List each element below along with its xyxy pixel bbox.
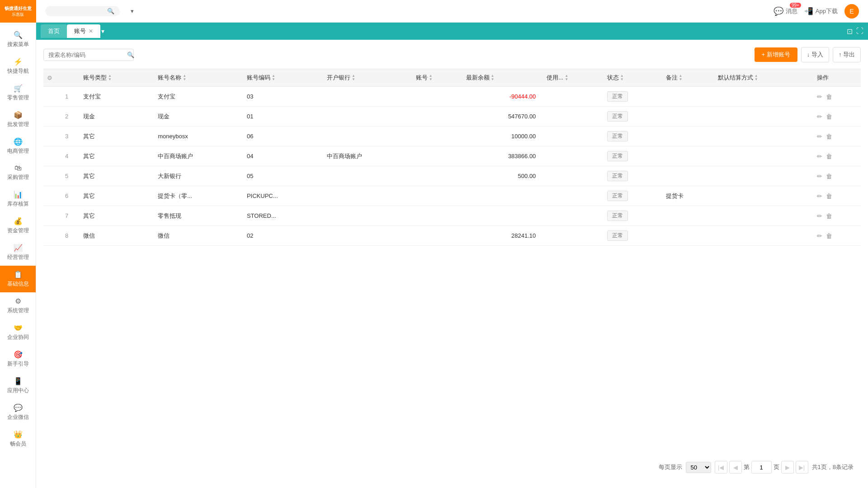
row-settings (43, 206, 61, 226)
sidebar-item-label: 畅会员 (10, 440, 26, 448)
tab-expand-btn[interactable]: ▾ (101, 28, 104, 35)
col-action-header: 操作 (813, 69, 861, 87)
sidebar-item-ecommerce[interactable]: 🌐 电商管理 (0, 133, 36, 160)
sidebar-item-basic-info[interactable]: 📋 基础信息 (0, 266, 36, 292)
delete-btn[interactable]: 🗑 (826, 113, 832, 120)
search-box[interactable]: 🔍 (43, 49, 134, 61)
account-tab-label: 账号 (74, 27, 86, 35)
delete-btn[interactable]: 🗑 (826, 212, 832, 220)
search-input[interactable] (48, 52, 124, 58)
global-search[interactable]: 🔍 (45, 6, 120, 16)
sidebar-item-operations[interactable]: 📈 经营管理 (0, 239, 36, 266)
row-name: 中百商场账户 (154, 146, 243, 166)
delete-btn[interactable]: 🗑 (826, 173, 832, 180)
sidebar-item-wholesale[interactable]: 📦 批发管理 (0, 106, 36, 133)
column-settings-icon[interactable]: ⚙ (47, 75, 52, 81)
row-default-settlement (714, 166, 814, 186)
edit-btn[interactable]: ✏ (817, 113, 822, 120)
sidebar-item-enterprise-wechat[interactable]: 💬 企业微信 (0, 399, 36, 426)
sidebar-item-system[interactable]: ⚙ 系统管理 (0, 292, 36, 319)
col-account-header[interactable]: 账号 ▲▼ (412, 69, 462, 87)
col-default-settlement-header[interactable]: 默认结算方式 ▲▼ (714, 69, 814, 87)
next-page-btn[interactable]: ▶ (781, 461, 794, 474)
edit-btn[interactable]: ✏ (817, 153, 822, 160)
col-code-header[interactable]: 账号编码 ▲▼ (243, 69, 323, 87)
row-code: 05 (243, 166, 323, 186)
row-name: 提货卡（零... (154, 186, 243, 206)
col-name-header[interactable]: 账号名称 ▲▼ (154, 69, 243, 87)
delete-btn[interactable]: 🗑 (826, 153, 832, 160)
maximize-icon[interactable]: ⛶ (856, 27, 863, 35)
col-bank-header[interactable]: 开户银行 ▲▼ (323, 69, 412, 87)
row-type: 微信 (80, 226, 154, 246)
col-remark-header[interactable]: 备注 ▲▼ (662, 69, 714, 87)
col-balance-header[interactable]: 最新余额 ▲▼ (462, 69, 543, 87)
delete-btn[interactable]: 🗑 (826, 93, 832, 100)
add-account-button[interactable]: + 新增账号 (755, 47, 797, 62)
row-account (412, 166, 462, 186)
row-name: 大新银行 (154, 166, 243, 186)
col-status-header[interactable]: 状态 ▲▼ (604, 69, 662, 87)
delete-btn[interactable]: 🗑 (826, 232, 832, 239)
page-input[interactable] (751, 461, 772, 474)
sidebar-item-enterprise-agreement[interactable]: 🤝 企业协同 (0, 319, 36, 346)
first-page-btn[interactable]: |◀ (715, 461, 727, 474)
sidebar-item-inventory[interactable]: 📊 库存核算 (0, 186, 36, 212)
row-code: 03 (243, 87, 323, 107)
sort-arrows-status: ▲▼ (620, 74, 624, 81)
delete-btn[interactable]: 🗑 (826, 192, 832, 200)
messages-btn[interactable]: 💬 99+ 消息 (774, 6, 797, 16)
tab-account[interactable]: 账号 ✕ (67, 24, 100, 38)
sidebar-item-label: 企业微信 (7, 413, 29, 421)
row-status: 正常 (604, 146, 662, 166)
sidebar-item-purchase[interactable]: 🛍 采购管理 (0, 160, 36, 186)
user-avatar[interactable]: E (844, 4, 859, 19)
global-search-input[interactable] (51, 8, 105, 14)
main-content: 🔍 ▾ 💬 99+ 消息 📲 App下载 E 首页 (36, 0, 868, 488)
sidebar-item-retail[interactable]: 🛒 零售管理 (0, 80, 36, 106)
sidebar-item-beginner-guide[interactable]: 🎯 新手引导 (0, 346, 36, 372)
sidebar-item-search-menu[interactable]: 🔍 搜索菜单 (0, 26, 36, 53)
edit-btn[interactable]: ✏ (817, 93, 822, 100)
col-usage-header[interactable]: 使用... ▲▼ (543, 69, 603, 87)
sidebar-item-app-center[interactable]: 📱 应用中心 (0, 372, 36, 399)
row-action: ✏ 🗑 (813, 127, 861, 146)
sidebar-item-label: 系统管理 (7, 307, 29, 314)
per-page-select[interactable]: 50 100 200 (686, 462, 711, 473)
edit-btn[interactable]: ✏ (817, 173, 822, 180)
row-bank (323, 186, 412, 206)
sidebar-item-capital[interactable]: 💰 资金管理 (0, 212, 36, 239)
row-remark (662, 127, 714, 146)
export-button[interactable]: ↑ 导出 (833, 47, 861, 62)
status-badge: 正常 (607, 191, 628, 201)
sidebar-item-membership[interactable]: 👑 畅会员 (0, 426, 36, 452)
prev-page-btn[interactable]: ◀ (729, 461, 742, 474)
sidebar-item-label: 零售管理 (7, 94, 29, 102)
edit-btn[interactable]: ✏ (817, 232, 822, 239)
row-usage (543, 127, 603, 146)
edit-btn[interactable]: ✏ (817, 133, 822, 140)
edit-btn[interactable]: ✏ (817, 212, 822, 220)
header-dropdown[interactable]: ▾ (129, 8, 134, 14)
sidebar-item-label: 经营管理 (7, 253, 29, 261)
sidebar-item-quick-nav[interactable]: ⚡ 快捷导航 (0, 53, 36, 80)
row-name: 零售抵现 (154, 206, 243, 226)
tab-close-icon[interactable]: ✕ (89, 28, 93, 34)
capital-icon: 💰 (14, 217, 23, 225)
tab-home[interactable]: 首页 (41, 24, 67, 38)
edit-btn[interactable]: ✏ (817, 192, 822, 200)
delete-btn[interactable]: 🗑 (826, 133, 832, 140)
purchase-icon: 🛍 (14, 164, 22, 172)
sidebar-item-label: 采购管理 (7, 174, 29, 181)
toolbar-right: + 新增账号 ↓ 导入 ↑ 导出 (755, 47, 861, 62)
import-button[interactable]: ↓ 导入 (801, 47, 829, 62)
row-bank (323, 166, 412, 186)
sort-arrows-balance: ▲▼ (491, 74, 495, 81)
app-download-btn[interactable]: 📲 App下载 (804, 7, 838, 15)
row-bank (323, 127, 412, 146)
minimize-icon[interactable]: ⊡ (847, 27, 853, 36)
col-type-header[interactable]: 账号类型 ▲▼ (80, 69, 154, 87)
last-page-btn[interactable]: ▶| (796, 461, 808, 474)
sidebar-item-label: 新手引导 (7, 360, 29, 368)
row-balance (462, 186, 543, 206)
